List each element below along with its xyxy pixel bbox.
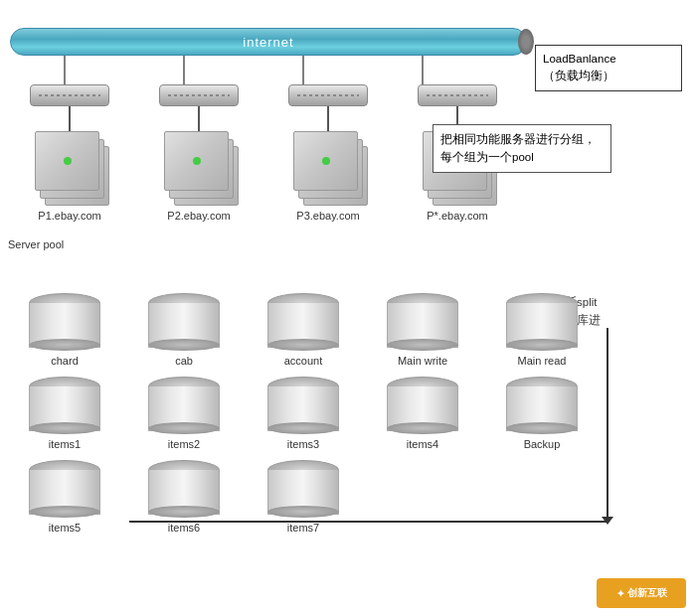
logo: ✦ 创新互联 [597,578,686,608]
cylinder-items7 [267,460,339,518]
cylinder-items3 [267,377,339,434]
db-label-chard: chard [51,355,79,367]
cylinder-items4 [387,377,458,434]
db-label-mainread: Main read [518,355,567,367]
server-unit-p1-3 [35,131,99,191]
switch-p1 [30,84,109,106]
cylinder-items2 [148,377,220,434]
db-group-mainwrite: Main write [363,293,482,367]
db-group-items5: items5 [5,460,124,534]
cyl-bottom-items1 [29,422,100,434]
db-section: chard cab account Main write [5,293,661,543]
db-group-items3: items3 [244,377,363,450]
cylinder-cab [148,293,220,351]
db-row-1: chard cab account Main write [5,293,661,367]
db-label-cab: cab [175,355,193,367]
logo-icon: ✦ [616,588,624,599]
switch-p2 [159,84,239,106]
db-label-items7: items7 [287,522,319,534]
cyl-bottom-items5 [29,506,100,518]
db-label-items3: items3 [287,438,319,450]
cylinder-items5 [29,460,100,518]
db-label-items2: items2 [168,438,200,450]
internet-bar: internet [10,28,527,56]
db-label-items5: items5 [49,522,81,534]
db-label-account: account [284,355,323,367]
db-group-items6: items6 [124,460,244,534]
cylinder-mainread [506,293,578,351]
server-group-p2: P2.ebay.com [134,84,263,222]
cyl-bottom-chard [29,339,100,351]
server-stack-p2 [164,131,234,206]
server-group-p3: P3.ebay.com [263,84,393,222]
cyl-bottom-mainwrite [387,339,458,351]
cyl-bottom-mainread [506,339,578,351]
db-label-items4: items4 [407,438,438,450]
switch-p4 [418,84,497,106]
cylinder-account [267,293,339,351]
db-group-items4: items4 [363,377,482,450]
db-group-items2: items2 [124,377,244,450]
server-stack-p1 [35,131,104,206]
vert-line-p2 [198,106,200,131]
server-label-p4: P*.ebay.com [427,210,488,222]
server-stack-p3 [293,131,363,206]
db-label-items1: items1 [49,438,81,450]
cyl-bottom-items7 [267,506,339,518]
vert-line-p1 [69,106,71,131]
db-label-mainwrite: Main write [398,355,447,367]
internet-label: internet [243,35,293,50]
server-unit-p3-3 [293,131,358,191]
server-pool-label: Server pool [8,238,64,250]
db-group-chard: chard [5,293,124,367]
db-group-account: account [244,293,363,367]
cylinder-chard [29,293,100,351]
db-label-backup: Backup [524,438,561,450]
cylinder-mainwrite [387,293,458,351]
db-group-backup: Backup [482,377,602,450]
cyl-bottom-items2 [148,422,220,434]
switch-p3 [288,84,368,106]
annotation-text: 把相同功能服务器进行分组，每个组为一个pool [440,133,596,163]
db-label-items6: items6 [168,522,200,534]
server-label-p1: P1.ebay.com [38,210,100,222]
vert-line-p3 [327,106,329,131]
cylinder-items1 [29,377,100,434]
cyl-bottom-account [267,339,339,351]
db-group-cab: cab [124,293,244,367]
db-row-2: items1 items2 items3 items4 [5,377,661,450]
annotation-box: 把相同功能服务器进行分组，每个组为一个pool [433,124,611,173]
db-group-items7: items7 [244,460,363,534]
server-group-p1: P1.ebay.com [5,84,134,222]
cyl-bottom-items6 [148,506,220,518]
cyl-bottom-cab [148,339,220,351]
loadbalance-subtitle: （负载均衡） [543,70,614,81]
db-row-3: items5 items6 items7 [5,460,661,534]
server-label-p3: P3.ebay.com [296,210,359,222]
db-group-mainread: Main read [482,293,602,367]
cylinder-items6 [148,460,220,518]
logo-text: 创新互联 [627,586,667,600]
loadbalance-box: LoadBanlance （负载均衡） [535,45,682,91]
loadbalance-title: LoadBanlance [543,53,616,65]
db-group-items1: items1 [5,377,124,450]
cyl-bottom-items4 [387,422,458,434]
cyl-bottom-items3 [267,422,339,434]
server-unit-p2-3 [164,131,229,191]
cyl-bottom-backup [506,422,578,434]
cylinder-backup [506,377,578,434]
server-label-p2: P2.ebay.com [167,210,230,222]
